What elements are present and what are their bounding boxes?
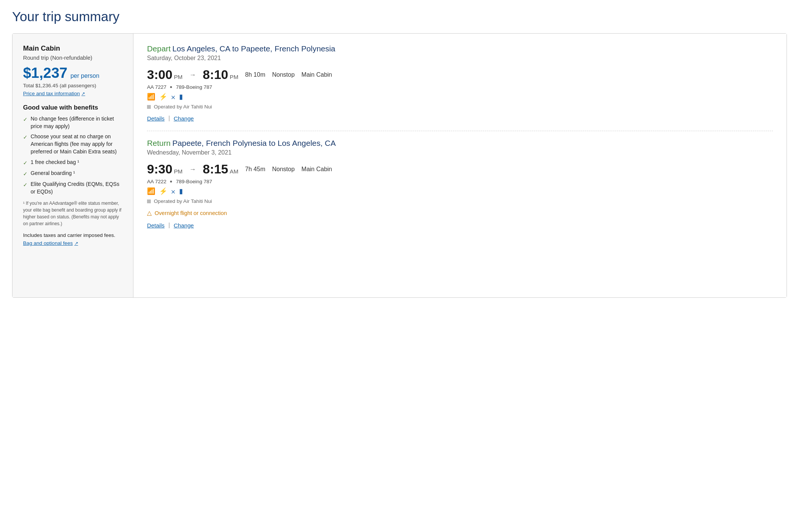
depart-operated-by: Operated by Air Tahiti Nui bbox=[154, 104, 212, 110]
return-arrive-ampm: AM bbox=[230, 168, 238, 175]
benefits-title: Good value with benefits bbox=[23, 104, 122, 111]
depart-section: Depart Los Angeles, CA to Papeete, Frenc… bbox=[147, 44, 773, 122]
return-stops: Nonstop bbox=[272, 166, 295, 173]
cabin-type-label: Main Cabin bbox=[23, 44, 122, 53]
depart-hour: 3:00 bbox=[147, 68, 172, 82]
operated-square-icon bbox=[147, 200, 151, 203]
benefit-text: No change fees (difference in ticket pri… bbox=[31, 115, 122, 130]
left-panel: Main Cabin Round trip (Non-refundable) $… bbox=[12, 34, 133, 297]
depart-date: Saturday, October 23, 2021 bbox=[147, 55, 773, 62]
return-action-links: Details | Change bbox=[147, 222, 773, 229]
depart-flight-number: AA 7227 bbox=[147, 84, 166, 90]
return-info-row: AA 7222 789-Boeing 787 bbox=[147, 179, 773, 184]
benefit-text: Elite Qualifying Credits (EQMs, EQSs or … bbox=[31, 181, 122, 195]
wifi-icon: 📶 bbox=[147, 93, 155, 101]
screen-icon: ▮ bbox=[179, 187, 183, 195]
arrow-icon: → bbox=[189, 165, 196, 173]
screen-icon: ▮ bbox=[179, 93, 183, 101]
return-arrive-hour: 8:15 bbox=[203, 162, 228, 176]
benefit-text: General boarding ¹ bbox=[31, 170, 75, 177]
arrive-time-block: 8:10 PM bbox=[203, 68, 238, 82]
benefit-item: ✓ General boarding ¹ bbox=[23, 170, 122, 178]
return-section: Return Papeete, French Polynesia to Los … bbox=[147, 139, 773, 229]
depart-details-link[interactable]: Details bbox=[147, 115, 164, 122]
wifi-icon: 📶 bbox=[147, 187, 155, 195]
return-aircraft: 789-Boeing 787 bbox=[176, 179, 212, 184]
depart-aircraft: 789-Boeing 787 bbox=[176, 84, 212, 90]
price-per-person: per person bbox=[70, 73, 99, 79]
dot-separator bbox=[170, 181, 172, 182]
return-direction: Return bbox=[147, 139, 170, 147]
overnight-warning-text: Overnight flight or connection bbox=[155, 210, 227, 216]
benefit-text: Choose your seat at no charge on America… bbox=[31, 133, 122, 155]
return-amenities: 📶 ⚡ ⨉ ▮ bbox=[147, 187, 773, 195]
depart-operated-row: Operated by Air Tahiti Nui bbox=[147, 104, 773, 110]
return-duration: 7h 45m bbox=[245, 166, 265, 173]
benefit-text: 1 free checked bag ¹ bbox=[31, 159, 79, 166]
power-icon: ⚡ bbox=[159, 93, 167, 101]
right-panel: Depart Los Angeles, CA to Papeete, Frenc… bbox=[133, 34, 787, 297]
overnight-warning: △ Overnight flight or connection bbox=[147, 209, 773, 217]
arrive-ampm: PM bbox=[230, 74, 238, 80]
depart-duration: 8h 10m bbox=[245, 71, 265, 78]
external-link-icon: ↗ bbox=[74, 241, 78, 246]
check-icon: ✓ bbox=[23, 181, 28, 189]
arrow-icon: → bbox=[189, 71, 196, 79]
external-link-icon: ↗ bbox=[81, 91, 85, 96]
footnote-text: ¹ If you're an AAdvantage® elite status … bbox=[23, 200, 122, 227]
page-title: Your trip summary bbox=[12, 9, 787, 24]
usb-icon: ⨉ bbox=[171, 187, 175, 195]
depart-cabin: Main Cabin bbox=[302, 71, 332, 78]
return-depart-ampm: PM bbox=[174, 168, 183, 175]
power-icon: ⚡ bbox=[159, 187, 167, 195]
depart-route-text: Los Angeles, CA to Papeete, French Polyn… bbox=[172, 44, 335, 53]
return-operated-by: Operated by Air Tahiti Nui bbox=[154, 198, 212, 204]
return-date: Wednesday, November 3, 2021 bbox=[147, 149, 773, 156]
warning-triangle-icon: △ bbox=[147, 209, 152, 217]
return-depart-time-block: 9:30 PM bbox=[147, 162, 183, 176]
depart-times-row: 3:00 PM → 8:10 PM 8h 10m Nonstop Main Ca… bbox=[147, 68, 773, 82]
benefit-item: ✓ Elite Qualifying Credits (EQMs, EQSs o… bbox=[23, 181, 122, 195]
check-icon: ✓ bbox=[23, 170, 28, 178]
return-times-row: 9:30 PM → 8:15 AM 7h 45m Nonstop Main Ca… bbox=[147, 162, 773, 176]
trip-summary-card: Main Cabin Round trip (Non-refundable) $… bbox=[12, 33, 787, 298]
price-tax-link[interactable]: Price and tax information ↗ bbox=[23, 91, 85, 96]
return-operated-row: Operated by Air Tahiti Nui bbox=[147, 198, 773, 204]
check-icon: ✓ bbox=[23, 116, 28, 123]
return-details-link[interactable]: Details bbox=[147, 222, 164, 229]
depart-stops: Nonstop bbox=[272, 71, 295, 78]
depart-direction: Depart bbox=[147, 44, 170, 53]
benefit-item: ✓ 1 free checked bag ¹ bbox=[23, 159, 122, 167]
depart-amenities: 📶 ⚡ ⨉ ▮ bbox=[147, 93, 773, 101]
usb-icon: ⨉ bbox=[171, 93, 175, 101]
arrive-hour: 8:10 bbox=[203, 68, 228, 82]
return-cabin: Main Cabin bbox=[302, 166, 332, 173]
benefit-item: ✓ Choose your seat at no charge on Ameri… bbox=[23, 133, 122, 155]
bag-fees-link[interactable]: Bag and optional fees ↗ bbox=[23, 240, 78, 246]
price-amount: $1,237 bbox=[23, 65, 67, 81]
depart-info-row: AA 7227 789-Boeing 787 bbox=[147, 84, 773, 90]
price-total: Total $1,236.45 (all passengers) bbox=[23, 83, 122, 88]
depart-ampm: PM bbox=[174, 74, 183, 80]
depart-time-block: 3:00 PM bbox=[147, 68, 183, 82]
dot-separator bbox=[170, 86, 172, 88]
depart-header: Depart Los Angeles, CA to Papeete, Frenc… bbox=[147, 44, 773, 53]
check-icon: ✓ bbox=[23, 159, 28, 167]
section-divider bbox=[147, 131, 773, 131]
return-change-link[interactable]: Change bbox=[174, 222, 194, 229]
return-header: Return Papeete, French Polynesia to Los … bbox=[147, 139, 773, 148]
trip-type-label: Round trip (Non-refundable) bbox=[23, 55, 122, 61]
check-icon: ✓ bbox=[23, 133, 28, 141]
includes-taxes-text: Includes taxes and carrier imposed fees. bbox=[23, 232, 122, 238]
return-route-text: Papeete, French Polynesia to Los Angeles… bbox=[172, 139, 336, 147]
return-depart-hour: 9:30 bbox=[147, 162, 172, 176]
operated-square-icon bbox=[147, 105, 151, 109]
pipe-separator: | bbox=[168, 115, 170, 122]
return-arrive-time-block: 8:15 AM bbox=[203, 162, 238, 176]
benefit-item: ✓ No change fees (difference in ticket p… bbox=[23, 115, 122, 130]
return-flight-number: AA 7222 bbox=[147, 179, 166, 184]
pipe-separator: | bbox=[168, 222, 170, 229]
depart-action-links: Details | Change bbox=[147, 115, 773, 122]
depart-change-link[interactable]: Change bbox=[174, 115, 194, 122]
